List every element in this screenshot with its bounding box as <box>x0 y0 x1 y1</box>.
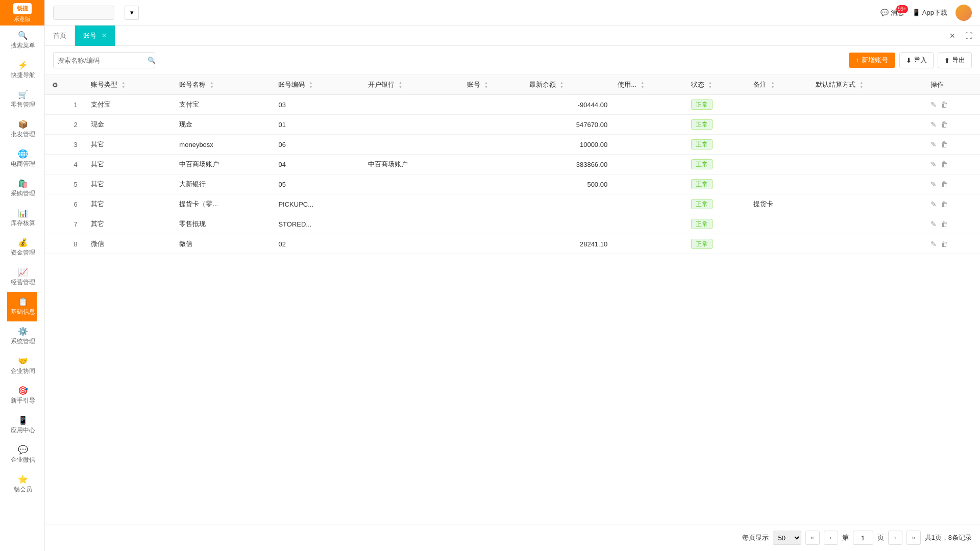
td-balance: 500.00 <box>524 174 612 194</box>
edit-icon[interactable]: ✎ <box>930 180 937 188</box>
tab-account[interactable]: 账号✕ <box>75 26 115 46</box>
page-size-select[interactable]: 50 20 100 <box>773 531 801 545</box>
sort-remark-icon: ▲▼ <box>771 81 775 89</box>
add-account-button[interactable]: + 新增账号 <box>849 53 895 68</box>
sort-type-icon: ▲▼ <box>121 81 126 89</box>
tab-home[interactable]: 首页 <box>45 26 75 46</box>
sidebar-item-label: 库存核算 <box>11 219 35 228</box>
page-suffix: 页 <box>877 533 884 542</box>
table-header-row: ⚙ 账号类型 ▲▼ 账号名称 ▲▼ 账号编码 <box>45 75 980 95</box>
first-page-btn[interactable]: « <box>805 531 820 545</box>
export-button[interactable]: ⬆ 导出 <box>938 52 972 68</box>
total-label: 共1页，8条记录 <box>925 533 972 542</box>
td-action: ✎ 🗑 <box>925 174 980 194</box>
td-usage <box>612 194 685 214</box>
edit-icon[interactable]: ✎ <box>930 101 937 109</box>
message-btn[interactable]: 💬 消息 99+ <box>880 8 904 17</box>
delete-icon[interactable]: 🗑 <box>941 160 948 168</box>
td-status: 正常 <box>686 115 749 135</box>
edit-icon[interactable]: ✎ <box>930 200 937 208</box>
sidebar-item-label: 畅会员 <box>14 485 32 494</box>
td-num: 1 <box>65 95 86 115</box>
user-avatar[interactable] <box>955 5 972 21</box>
th-remark: 备注 ▲▼ <box>748 75 811 95</box>
next-page-btn[interactable]: › <box>888 531 902 545</box>
app-download-btn[interactable]: 📱 App下载 <box>912 8 947 17</box>
edit-icon[interactable]: ✎ <box>930 120 937 129</box>
sidebar-item-system-mgmt[interactable]: ⚙️系统管理 <box>7 321 37 351</box>
sidebar-item-ecommerce-mgmt[interactable]: 🌐电商管理 <box>7 144 37 173</box>
sidebar-item-finance-mgmt[interactable]: 💰资金管理 <box>7 233 37 262</box>
sidebar-item-vip-member[interactable]: ⭐畅会员 <box>7 469 37 499</box>
td-num: 8 <box>65 234 86 254</box>
tab-close-btn[interactable]: ✕ <box>102 32 107 39</box>
edit-icon[interactable]: ✎ <box>930 220 937 228</box>
toolbar-right: + 新增账号 ⬇ 导入 ⬆ 导出 <box>849 52 972 68</box>
td-num: 4 <box>65 155 86 174</box>
th-settings[interactable]: ⚙ <box>45 75 65 95</box>
wholesale-mgmt-icon: 📦 <box>18 119 28 129</box>
table-row: 3 其它 moneybosx 06 10000.00 正常 ✎ 🗑 <box>45 135 980 155</box>
td-status: 正常 <box>686 214 749 234</box>
td-bank <box>363 174 462 194</box>
td-settle <box>811 194 925 214</box>
tab-label: 首页 <box>53 31 66 40</box>
sidebar-item-enterprise-agreement[interactable]: 🤝企业协同 <box>7 351 37 381</box>
td-usage <box>612 155 685 174</box>
chevron-down-btn[interactable]: ▾ <box>125 6 139 20</box>
sidebar-item-new-guide[interactable]: 🎯新手引导 <box>7 381 37 410</box>
td-settings <box>45 155 65 174</box>
td-settle <box>811 155 925 174</box>
sidebar-item-wholesale-mgmt[interactable]: 📦批发管理 <box>7 114 37 144</box>
sidebar-item-search-menu[interactable]: 🔍搜索菜单 <box>7 26 37 55</box>
sidebar-item-ops-mgmt[interactable]: 📈经营管理 <box>7 262 37 292</box>
top-search-input[interactable] <box>53 6 114 20</box>
prev-page-btn[interactable]: ‹ <box>824 531 838 545</box>
last-page-btn[interactable]: » <box>906 531 921 545</box>
sidebar-item-retail-mgmt[interactable]: 🛒零售管理 <box>7 85 37 114</box>
finance-mgmt-icon: 💰 <box>18 238 28 247</box>
td-action: ✎ 🗑 <box>925 194 980 214</box>
import-button[interactable]: ⬇ 导入 <box>899 52 934 68</box>
th-account: 账号 ▲▼ <box>462 75 524 95</box>
td-name: 微信 <box>174 234 273 254</box>
table-row: 7 其它 零售抵现 STORED... 正常 ✎ 🗑 <box>45 214 980 234</box>
page-number-input[interactable] <box>853 531 873 545</box>
delete-icon[interactable]: 🗑 <box>941 240 948 248</box>
sidebar-item-basic-info[interactable]: 📋基础信息 <box>7 292 37 321</box>
delete-icon[interactable]: 🗑 <box>941 140 948 148</box>
sidebar-item-app-center[interactable]: 📱应用中心 <box>7 410 37 440</box>
sidebar-item-quick-nav[interactable]: ⚡快捷导航 <box>7 55 37 85</box>
expand-btn[interactable]: ⛶ <box>962 29 976 43</box>
td-status: 正常 <box>686 174 749 194</box>
sidebar-nav: 🔍搜索菜单⚡快捷导航🛒零售管理📦批发管理🌐电商管理🛍️采购管理📊库存核算💰资金管… <box>7 26 37 499</box>
status-badge: 正常 <box>691 99 713 110</box>
close-tab-btn[interactable]: ✕ <box>945 29 960 43</box>
sidebar-item-purchase-mgmt[interactable]: 🛍️采购管理 <box>7 173 37 203</box>
delete-icon[interactable]: 🗑 <box>941 220 948 228</box>
delete-icon[interactable]: 🗑 <box>941 200 948 208</box>
sidebar-item-label: 经营管理 <box>11 278 35 287</box>
edit-icon[interactable]: ✎ <box>930 140 937 148</box>
sidebar-item-enterprise-wechat[interactable]: 💬企业微信 <box>7 440 37 469</box>
sort-status-icon: ▲▼ <box>708 81 712 89</box>
delete-icon[interactable]: 🗑 <box>941 101 948 109</box>
edit-icon[interactable]: ✎ <box>930 240 937 248</box>
td-bank <box>363 194 462 214</box>
td-code: 06 <box>273 135 362 155</box>
delete-icon[interactable]: 🗑 <box>941 180 948 188</box>
system-mgmt-icon: ⚙️ <box>18 327 28 336</box>
page-label: 第 <box>842 533 849 542</box>
search-button[interactable]: 🔍 <box>148 52 155 68</box>
page-toolbar: 🔍 + 新增账号 ⬇ 导入 ⬆ 导出 <box>45 46 980 75</box>
delete-icon[interactable]: 🗑 <box>941 120 948 129</box>
th-settle: 默认结算方式 ▲▼ <box>811 75 925 95</box>
td-account <box>462 174 524 194</box>
sidebar-item-inventory[interactable]: 📊库存核算 <box>7 203 37 233</box>
vip-member-icon: ⭐ <box>18 474 28 484</box>
td-bank <box>363 115 462 135</box>
logo-icon: 畅捷 <box>13 3 32 14</box>
sidebar-item-label: 企业微信 <box>11 456 35 464</box>
search-input[interactable] <box>54 57 148 64</box>
edit-icon[interactable]: ✎ <box>930 160 937 168</box>
